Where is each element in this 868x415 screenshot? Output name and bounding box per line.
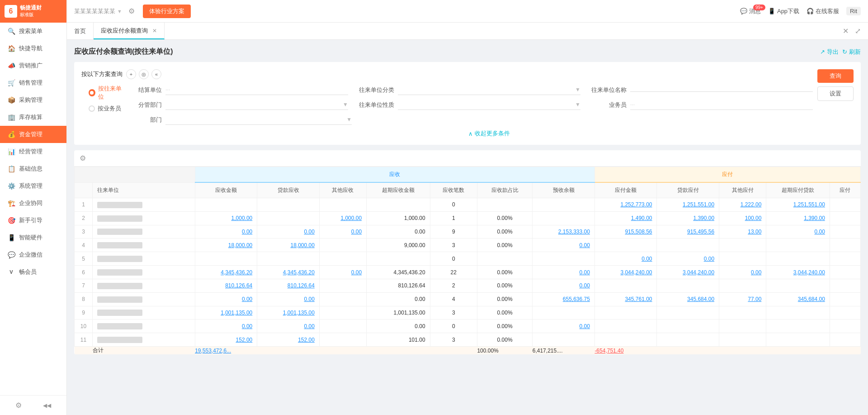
table-cell[interactable]: 915,508.56 [594, 225, 657, 239]
cell-link-value[interactable]: 0.00 [304, 296, 315, 302]
promo-button[interactable]: 体验行业方案 [143, 5, 191, 18]
sidebar-item-system[interactable]: ⚙️ 系统管理 [0, 177, 66, 195]
collapse-button[interactable]: ∧ 收起更多条件 [165, 129, 813, 138]
table-cell[interactable]: 3,044,240.00 [766, 266, 830, 279]
sidebar-item-quicknav[interactable]: 🏠 快捷导航 [0, 40, 66, 57]
table-cell[interactable]: 810,126.64 [257, 279, 320, 292]
table-cell[interactable]: 1,000.00 [319, 211, 366, 225]
table-cell[interactable]: 0.00 [594, 252, 657, 266]
cell-link-value[interactable]: 1,490.00 [631, 215, 652, 221]
cell-link-value[interactable]: 0.00 [242, 323, 252, 329]
cell-link-value[interactable]: 77.00 [748, 296, 761, 302]
table-cell[interactable]: 152.00 [257, 333, 320, 347]
cell-link-value[interactable]: 152.00 [236, 337, 253, 343]
table-cell[interactable]: 1,251,551.00 [766, 198, 830, 212]
cell-link-value[interactable]: 100.00 [745, 215, 762, 221]
table-cell[interactable]: 0.00 [533, 320, 595, 333]
cell-link-value[interactable]: 1,222.00 [741, 201, 762, 208]
table-cell[interactable]: 0.00 [533, 266, 595, 279]
tab-close-icon[interactable]: ✕ [152, 28, 157, 34]
table-cell[interactable]: 13.00 [719, 225, 766, 239]
filter-target-icon[interactable]: ◎ [139, 69, 149, 79]
table-cell[interactable]: 3,044,240.00 [594, 266, 657, 279]
table-cell[interactable]: 1,000.00 [195, 211, 257, 225]
cell-link-value[interactable]: 0.00 [580, 323, 590, 329]
tab-home[interactable]: 首页 [67, 23, 94, 39]
cell-link-value[interactable]: 152.00 [298, 337, 315, 343]
cell-link-value[interactable]: 345,684.00 [798, 296, 825, 302]
cell-link-value[interactable]: 1,390.00 [693, 215, 714, 221]
table-cell[interactable]: 0.00 [195, 292, 257, 306]
sidebar-collapse-btn[interactable]: ◀◀ [43, 402, 51, 409]
sidebar-item-enterprise[interactable]: 🏗️ 企业协同 [0, 195, 66, 212]
table-cell[interactable]: 77.00 [719, 292, 766, 306]
salesman-input[interactable]: ··· [630, 100, 813, 110]
cell-link-value[interactable]: 810,126.64 [225, 282, 252, 289]
cell-link-value[interactable]: 0.00 [580, 269, 590, 276]
cell-link-value[interactable]: 1,000.00 [231, 215, 253, 221]
department-input[interactable]: ▼ [165, 114, 352, 125]
cell-link-value[interactable]: 0.00 [580, 242, 590, 248]
cell-link-value[interactable]: 3,044,240.00 [683, 269, 714, 276]
table-cell[interactable]: 1,001,135.00 [195, 306, 257, 320]
cell-link-value[interactable]: 0.00 [815, 229, 825, 235]
cell-link-value[interactable]: 915,495.56 [687, 229, 714, 235]
table-cell[interactable]: 3,044,240.00 [657, 266, 719, 279]
sidebar-item-inventory[interactable]: 🏢 库存核算 [0, 109, 66, 126]
partner-category-input[interactable]: ▼ [398, 85, 580, 95]
cell-link-value[interactable]: 18,000.00 [290, 242, 314, 248]
cell-link-value[interactable]: 1,251,551.00 [683, 201, 714, 208]
cell-link-value[interactable]: 2,153,333.00 [558, 229, 590, 235]
cell-link-value[interactable]: 0.00 [304, 229, 315, 235]
table-cell[interactable]: 1,390.00 [657, 211, 719, 225]
table-cell[interactable]: 0.00 [195, 320, 257, 333]
cell-link-value[interactable]: 655,636.75 [563, 296, 590, 302]
table-cell[interactable]: 1,251,551.00 [657, 198, 719, 212]
table-cell[interactable]: 345,761.00 [594, 292, 657, 306]
filter-settings-button[interactable]: 设置 [817, 86, 854, 101]
table-cell[interactable]: 0.00 [719, 266, 766, 279]
table-cell[interactable]: 2,153,333.00 [533, 225, 595, 239]
table-cell[interactable]: 0.00 [195, 225, 257, 239]
sidebar-item-baseinfo[interactable]: 📋 基础信息 [0, 160, 66, 177]
sidebar-item-hardware[interactable]: 📱 智能硬件 [0, 229, 66, 246]
table-cell[interactable]: 18,000.00 [257, 239, 320, 252]
table-cell[interactable]: 915,495.56 [657, 225, 719, 239]
table-cell[interactable]: 810,126.64 [195, 279, 257, 292]
sidebar-item-wechat[interactable]: 💬 企业微信 [0, 246, 66, 263]
cell-link-value[interactable]: 0.00 [642, 256, 652, 262]
cell-link-value[interactable]: 0.00 [580, 282, 590, 289]
message-button[interactable]: 💬 消息 99+ [740, 7, 761, 15]
cell-link-value[interactable]: 0.00 [351, 269, 362, 276]
table-cell[interactable]: 345,684.00 [657, 292, 719, 306]
table-cell[interactable]: 0.00 [257, 225, 320, 239]
scheme-by-salesman[interactable]: 按业务员 [89, 105, 125, 113]
user-avatar[interactable]: Rit [846, 7, 861, 15]
settlement-input[interactable]: ··· [165, 85, 348, 95]
cell-link-value[interactable]: 3,044,240.00 [793, 269, 825, 276]
tab-expand-icon[interactable]: ⤢ [853, 27, 863, 35]
table-cell[interactable]: 0.00 [766, 225, 830, 239]
table-cell[interactable]: 1,252,773.00 [594, 198, 657, 212]
sidebar-item-sales[interactable]: 🛒 销售管理 [0, 74, 66, 91]
sidebar-item-purchase[interactable]: 📦 采购管理 [0, 91, 66, 109]
cell-link-value[interactable]: 0.00 [242, 229, 252, 235]
app-download-button[interactable]: 📱 App下载 [768, 7, 799, 15]
sidebar-settings-btn[interactable]: ⚙ [15, 401, 22, 410]
cell-link-value[interactable]: 4,345,436.20 [283, 269, 315, 276]
table-cell[interactable]: 1,222.00 [719, 198, 766, 212]
table-cell[interactable]: 0.00 [657, 252, 719, 266]
cell-link-value[interactable]: 345,684.00 [687, 296, 714, 302]
table-cell[interactable]: 0.00 [257, 292, 320, 306]
cell-link-value[interactable]: 915,508.56 [625, 229, 652, 235]
cell-link-value[interactable]: 1,252,773.00 [620, 201, 652, 208]
filter-add-icon[interactable]: + [126, 69, 136, 79]
footer-ap-total-val[interactable]: -654,751.40 [594, 348, 623, 354]
scheme-by-partner[interactable]: 按往来单位 [89, 85, 125, 101]
partner-name-input[interactable] [630, 88, 813, 92]
table-cell[interactable]: 0.00 [533, 239, 595, 252]
cell-link-value[interactable]: 1,001,135.00 [221, 310, 252, 316]
sidebar-item-member[interactable]: V 畅会员 [0, 263, 66, 281]
cell-link-value[interactable]: 1,001,135.00 [283, 310, 315, 316]
tab-close-window-icon[interactable]: ✕ [841, 27, 850, 35]
